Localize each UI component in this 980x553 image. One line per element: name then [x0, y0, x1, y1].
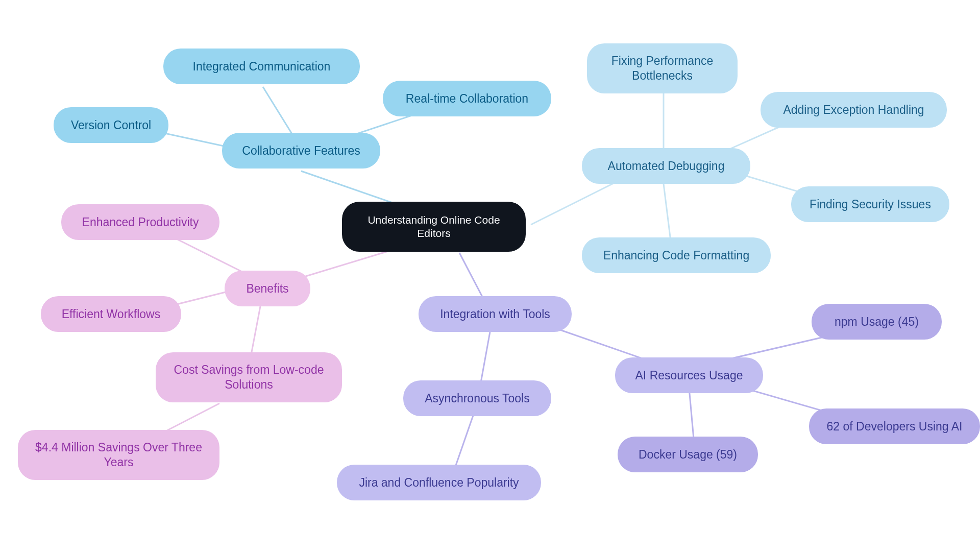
integration-root: Integration with Tools — [419, 296, 572, 332]
center-label: Understanding Online Code Editors — [353, 213, 514, 241]
mindmap-canvas: Understanding Online Code Editors Collab… — [0, 0, 980, 553]
benefits-workflows-label: Efficient Workflows — [62, 307, 160, 322]
debug-formatting: Enhancing Code Formatting — [582, 237, 771, 273]
integration-devsai-label: 62 of Developers Using AI — [827, 419, 963, 434]
benefits-lowcode: Cost Savings from Low-code Solutions — [156, 352, 342, 402]
benefits-savings: $4.4 Million Savings Over Three Years — [18, 430, 219, 480]
collab-root: Collaborative Features — [222, 133, 380, 169]
integration-jira-label: Jira and Confluence Popularity — [359, 475, 519, 490]
collab-realtime-label: Real-time Collaboration — [406, 91, 528, 106]
svg-line-10 — [664, 184, 671, 245]
integration-docker-label: Docker Usage (59) — [639, 447, 737, 462]
integration-npm: npm Usage (45) — [812, 304, 942, 340]
debug-security-label: Finding Security Issues — [810, 197, 931, 212]
integration-async: Asynchronous Tools — [403, 380, 551, 416]
integration-ai: AI Resources Usage — [615, 357, 763, 393]
integration-docker: Docker Usage (59) — [618, 437, 758, 472]
debug-exception: Adding Exception Handling — [761, 92, 947, 128]
benefits-productivity-label: Enhanced Productivity — [82, 215, 199, 230]
collab-realtime: Real-time Collaboration — [383, 81, 551, 116]
integration-npm-label: npm Usage (45) — [835, 315, 919, 329]
collab-root-label: Collaborative Features — [242, 143, 360, 158]
debug-root-label: Automated Debugging — [608, 159, 725, 174]
benefits-savings-label: $4.4 Million Savings Over Three Years — [29, 440, 208, 470]
integration-async-label: Asynchronous Tools — [425, 391, 529, 406]
integration-root-label: Integration with Tools — [440, 307, 550, 322]
svg-line-12 — [454, 411, 475, 470]
benefits-workflows: Efficient Workflows — [41, 296, 181, 332]
benefits-productivity: Enhanced Productivity — [61, 204, 219, 240]
collab-version-label: Version Control — [71, 118, 151, 133]
svg-line-11 — [480, 332, 490, 388]
debug-bottlenecks-label: Fixing Performance Bottlenecks — [598, 54, 726, 83]
collab-integrated: Integrated Communication — [163, 49, 360, 84]
svg-line-16 — [689, 388, 694, 444]
integration-devsai: 62 of Developers Using AI — [809, 408, 980, 444]
debug-exception-label: Adding Exception Handling — [783, 103, 924, 117]
benefits-root-label: Benefits — [246, 281, 288, 296]
benefits-root: Benefits — [225, 271, 310, 306]
integration-jira: Jira and Confluence Popularity — [337, 465, 541, 500]
collab-version: Version Control — [54, 107, 168, 143]
integration-ai-label: AI Resources Usage — [635, 368, 743, 383]
center-node: Understanding Online Code Editors — [342, 202, 526, 252]
collab-integrated-label: Integrated Communication — [193, 59, 331, 74]
debug-security: Finding Security Issues — [791, 186, 949, 222]
debug-formatting-label: Enhancing Code Formatting — [603, 248, 749, 263]
debug-bottlenecks: Fixing Performance Bottlenecks — [587, 43, 738, 93]
benefits-lowcode-label: Cost Savings from Low-code Solutions — [167, 363, 331, 392]
debug-root: Automated Debugging — [582, 148, 750, 184]
